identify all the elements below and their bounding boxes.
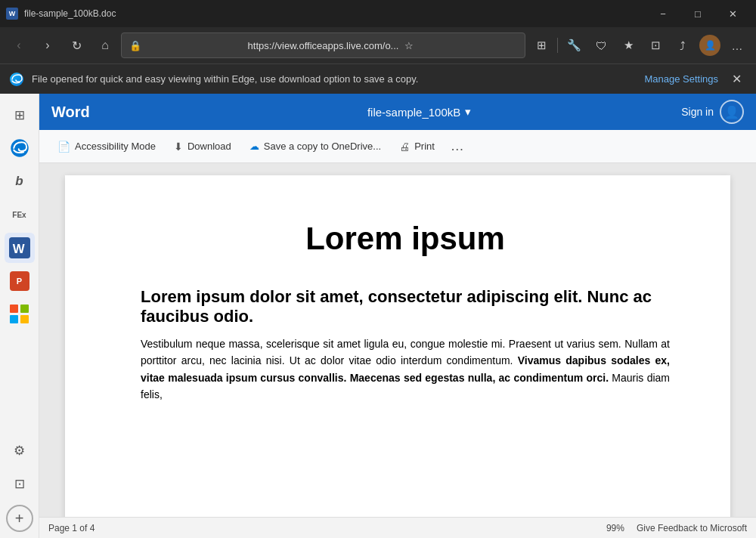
- page-info: Page 1 of 4: [48, 523, 94, 533]
- home-button[interactable]: ⌂: [92, 32, 118, 58]
- nav-separator: [557, 38, 558, 53]
- document-page: Lorem ipsum Lorem ipsum dolor sit amet, …: [65, 175, 730, 517]
- close-button[interactable]: ✕: [715, 2, 750, 26]
- address-bar[interactable]: 🔒 https://view.officeapps.live.com/o... …: [121, 32, 525, 58]
- sidebar-item-edge[interactable]: [5, 133, 35, 163]
- word-sidebar-icon: W: [9, 237, 30, 258]
- download-button[interactable]: ⬇ Download: [165, 133, 240, 160]
- edge-logo-icon: [9, 72, 24, 87]
- settings-icon: ⚙: [14, 443, 25, 459]
- accessibility-mode-label: Accessibility Mode: [75, 141, 156, 152]
- document-area[interactable]: Lorem ipsum Lorem ipsum dolor sit amet, …: [39, 163, 756, 517]
- document-body-bold-1: Vivamus dapibus sodales ex, vitae malesu…: [141, 354, 670, 383]
- zoom-level: 99%: [606, 523, 624, 533]
- minimize-button[interactable]: −: [646, 2, 680, 26]
- settings-more-button[interactable]: …: [724, 32, 750, 58]
- profile-avatar: 👤: [699, 35, 720, 56]
- nav-icons-right: ⊞ 🔧 🛡 ★ ⊡ ⤴ 👤 …: [528, 32, 750, 58]
- save-onedrive-label: Save a copy to OneDrive...: [264, 141, 381, 152]
- history-icon: ⊡: [14, 476, 25, 492]
- bing-icon: b: [15, 174, 23, 189]
- titlebar-controls: − □ ✕: [646, 2, 750, 26]
- sidebar-item-microsoft365[interactable]: [5, 299, 35, 329]
- fex-icon: FEx: [12, 211, 26, 219]
- powerpoint-icon: P: [10, 271, 29, 291]
- tabs-icon: ⊞: [14, 107, 25, 123]
- sidebar-item-bing[interactable]: b: [5, 166, 35, 196]
- word-icon-title: W: [6, 8, 18, 20]
- maximize-button[interactable]: □: [680, 2, 715, 26]
- print-icon: 🖨: [399, 141, 410, 153]
- lock-icon: 🔒: [129, 40, 242, 51]
- sidebar-item-powerpoint[interactable]: P: [5, 266, 35, 296]
- word-toolbar: Word file-sample_100kB ▾ Sign in 👤: [39, 94, 756, 130]
- sidebar-item-settings[interactable]: ⚙: [5, 435, 35, 465]
- profile-button[interactable]: 👤: [697, 32, 723, 58]
- sign-in-label: Sign in: [681, 106, 714, 118]
- sidebar-item-history[interactable]: ⊡: [5, 468, 35, 499]
- extensions-button[interactable]: 🔧: [561, 32, 587, 58]
- user-circle-icon: 👤: [720, 100, 744, 124]
- status-bar-right: 99% Give Feedback to Microsoft: [606, 523, 747, 533]
- download-icon: ⬇: [174, 141, 183, 153]
- refresh-button[interactable]: ↻: [64, 32, 89, 58]
- sidebar-add-button[interactable]: +: [6, 505, 33, 532]
- microsoft365-icon: [10, 305, 29, 324]
- sign-in-button[interactable]: Sign in 👤: [681, 100, 744, 124]
- sidebar: ⊞ b FEx W P: [0, 94, 39, 538]
- accessibility-icon: 📄: [57, 141, 70, 153]
- svg-text:W: W: [12, 242, 24, 256]
- notification-bar: File opened for quick and easy viewing w…: [0, 63, 756, 94]
- print-label: Print: [414, 141, 435, 152]
- main-layout: ⊞ b FEx W P: [0, 94, 756, 538]
- content-area: Word file-sample_100kB ▾ Sign in 👤 📄 Acc…: [39, 94, 756, 538]
- file-title-text: file-sample_100kB: [367, 106, 460, 119]
- browser-essentials-button[interactable]: 🛡: [588, 32, 614, 58]
- file-title-button[interactable]: file-sample_100kB ▾: [367, 105, 471, 119]
- favorites-button[interactable]: ★: [615, 32, 641, 58]
- favorites-icon: ☆: [404, 40, 517, 51]
- address-text: https://view.officeapps.live.com/o...: [248, 40, 399, 51]
- collections-button[interactable]: ⊞: [528, 32, 554, 58]
- download-label: Download: [187, 141, 231, 152]
- forward-button[interactable]: ›: [35, 32, 60, 58]
- titlebar: W file-sample_100kB.doc − □ ✕: [0, 0, 756, 27]
- save-onedrive-button[interactable]: ☁ Save a copy to OneDrive...: [240, 133, 390, 160]
- status-bar: Page 1 of 4 99% Give Feedback to Microso…: [39, 517, 756, 538]
- sidebar-item-tabs[interactable]: ⊞: [5, 100, 35, 130]
- notification-text: File opened for quick and easy viewing w…: [32, 73, 637, 85]
- accessibility-mode-button[interactable]: 📄 Accessibility Mode: [48, 133, 165, 160]
- titlebar-title: file-sample_100kB.doc: [24, 8, 116, 19]
- sidebar-item-fex[interactable]: FEx: [5, 199, 35, 230]
- screenshots-button[interactable]: ⊡: [643, 32, 668, 58]
- word-app-label: Word: [51, 104, 157, 121]
- edge-sidebar-icon: [10, 138, 29, 158]
- file-title-chevron: ▾: [465, 105, 471, 119]
- ribbon-bar: 📄 Accessibility Mode ⬇ Download ☁ Save a…: [39, 130, 756, 163]
- document-heading: Lorem ipsum dolor sit amet, consectetur …: [141, 287, 670, 326]
- feedback-link[interactable]: Give Feedback to Microsoft: [637, 523, 747, 533]
- ribbon-more-button[interactable]: …: [445, 134, 469, 159]
- titlebar-left: W file-sample_100kB.doc: [6, 8, 116, 20]
- sidebar-item-word[interactable]: W: [5, 233, 35, 263]
- onedrive-icon: ☁: [249, 141, 259, 152]
- document-body: Vestibulum neque massa, scelerisque sit …: [141, 335, 670, 404]
- back-button[interactable]: ‹: [6, 32, 32, 58]
- navbar: ‹ › ↻ ⌂ 🔒 https://view.officeapps.live.c…: [0, 27, 756, 63]
- share-button[interactable]: ⤴: [670, 32, 696, 58]
- notification-close-button[interactable]: ✕: [726, 69, 747, 90]
- manage-settings-button[interactable]: Manage Settings: [644, 73, 718, 85]
- document-title: Lorem ipsum: [141, 221, 670, 257]
- print-button[interactable]: 🖨 Print: [390, 133, 444, 160]
